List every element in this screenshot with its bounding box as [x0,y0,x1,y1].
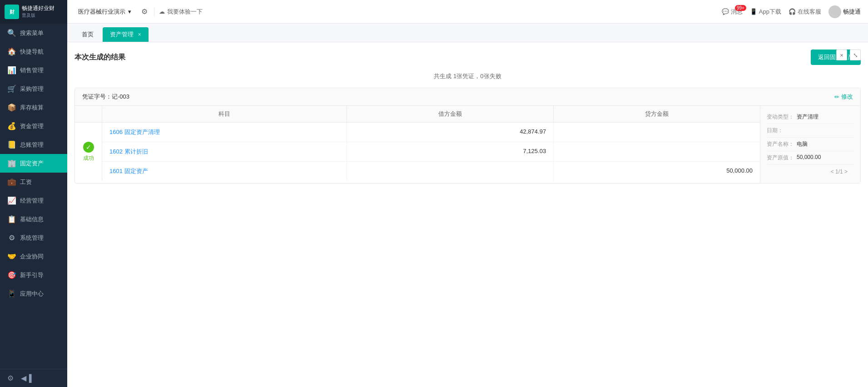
chevron-down-icon: ▾ [128,8,131,15]
asset-value-label: 资产原值： [767,154,794,162]
settings-icon[interactable]: ⚙ [7,374,14,382]
change-type-value: 资产清理 [797,113,818,121]
app-center-icon: 📱 [7,289,16,298]
sidebar-item-inventory[interactable]: 📦 库存核算 [0,98,67,117]
sidebar-label-quick-nav: 快捷导航 [20,48,44,56]
sidebar-label-collab: 企业协同 [20,253,44,261]
close-panel-button[interactable]: × [836,50,847,60]
sidebar-item-app-center[interactable]: 📱 应用中心 [0,284,67,303]
top-header: 医疗器械行业演示 ▾ ⚙ ☁ 我要体验一下 💬 消息 99 📱 App下载 🎧 … [67,0,868,24]
user-name: 畅捷通 [843,8,861,16]
sidebar-footer: ⚙ ◀▐ [0,369,67,387]
edit-button[interactable]: ✏ 修改 [834,93,853,101]
asset-value-row: 资产原值： 50,000.00 [767,151,854,165]
table-row: 1601 固定资产 50,000.00 [102,162,760,181]
debit-cell-1: 42,874.97 [347,123,554,142]
sidebar-item-guide[interactable]: 🎯 新手引导 [0,266,67,284]
logo-icon: 财 [5,5,19,19]
sidebar-item-collab[interactable]: 🤝 企业协同 [0,247,67,266]
app-logo: 财 畅捷通好业财 普及版 [0,0,67,24]
sidebar-item-basics[interactable]: 📋 基础信息 [0,210,67,228]
message-icon: 💬 [722,8,729,15]
voucher-header: 凭证字号：记-003 ✏ 修改 [75,88,860,106]
sidebar-item-sales[interactable]: 📊 销售管理 [0,61,67,79]
user-profile[interactable]: 畅捷通 [828,5,861,18]
status-column: ✓ 成功 [75,123,102,181]
sidebar-item-search[interactable]: 🔍 搜索菜单 [0,24,67,42]
table-row: 1606 固定资产清理 42,874.97 [102,123,760,142]
header-right: 💬 消息 99 📱 App下载 🎧 在线客服 畅捷通 [722,5,861,18]
collapse-icon[interactable]: ◀▐ [21,374,31,382]
sidebar-label-search: 搜索菜单 [20,29,44,37]
collab-icon: 🤝 [7,252,16,261]
asset-name-row: 资产名称： 电脑 [767,138,854,151]
online-service-icon: 🎧 [789,8,796,15]
page-content: 本次生成的结果 返回固定资产 共生成 1张凭证，0张失败 凭证字号：记-003 … [67,42,868,387]
date-label: 日期： [767,127,792,134]
sidebar-item-ledger[interactable]: 📒 总账管理 [0,135,67,154]
search-icon: 🔍 [7,29,16,37]
page-title-row: 本次生成的结果 返回固定资产 [74,50,861,65]
feedback-label: 我要体验一下 [167,8,203,16]
ledger-icon: 📒 [7,140,16,149]
tab-label: 资产管理 [110,31,134,38]
app-download-icon: 📱 [750,8,757,15]
sidebar-item-purchase[interactable]: 🛒 采购管理 [0,79,67,98]
sidebar-item-fixed-assets[interactable]: 🏢 固定资产 [0,154,67,173]
th-debit: 借方金额 [347,106,554,122]
result-summary: 共生成 1张凭证，0张失败 [74,72,861,80]
app-download-label: App下载 [759,8,781,16]
voucher-data-rows: 1606 固定资产清理 42,874.97 1602 累计折旧 7,125.03… [102,123,760,181]
subject-cell-3[interactable]: 1601 固定资产 [102,162,347,181]
voucher-body: 科目 借方金额 贷方金额 ✓ 成功 [75,106,860,183]
sidebar-label-purchase: 采购管理 [20,85,44,93]
message-button[interactable]: 💬 消息 99 [722,8,743,16]
tab-home[interactable]: 首页 [74,27,101,42]
app-download-button[interactable]: 📱 App下载 [750,8,781,16]
sidebar-item-operations[interactable]: 📈 经营管理 [0,191,67,210]
expand-panel-button[interactable]: ⤡ [850,50,861,60]
pagination[interactable]: < 1/1 > [767,165,854,179]
sales-icon: 📊 [7,66,16,74]
tab-asset-management[interactable]: 资产管理 × [103,27,149,42]
online-service-button[interactable]: 🎧 在线客服 [789,8,821,16]
finance-icon: 💰 [7,122,16,130]
success-icon: ✓ [83,142,94,153]
sidebar-item-quick-nav[interactable]: 🏠 快捷导航 [0,42,67,61]
credit-cell-1 [554,123,760,142]
tab-close-icon[interactable]: × [138,31,141,38]
sidebar-label-system: 系统管理 [20,234,44,242]
sidebar: 财 畅捷通好业财 普及版 🔍 搜索菜单 🏠 快捷导航 📊 销售管理 🛒 采购管理… [0,0,67,387]
quick-nav-icon: 🏠 [7,47,16,56]
edit-icon: ✏ [834,94,839,100]
change-type-label: 变动类型： [767,113,794,121]
sidebar-item-system[interactable]: ⚙ 系统管理 [0,228,67,247]
th-credit: 贷方金额 [554,106,760,122]
page-title: 本次生成的结果 [74,53,125,62]
settings-gear-icon[interactable]: ⚙ [139,5,149,18]
logo-text: 畅捷通好业财 [22,5,55,12]
sidebar-label-operations: 经营管理 [20,197,44,205]
sidebar-item-finance[interactable]: 💰 资金管理 [0,117,67,135]
sidebar-label-sales: 销售管理 [20,66,44,74]
avatar [828,5,841,18]
operations-icon: 📈 [7,196,16,205]
subject-cell-2[interactable]: 1602 累计折旧 [102,142,347,161]
subject-cell-1[interactable]: 1606 固定资产清理 [102,123,347,142]
sidebar-label-ledger: 总账管理 [20,141,44,149]
sidebar-label-finance: 资金管理 [20,122,44,130]
basics-icon: 📋 [7,215,16,223]
message-badge: 99 [735,5,746,11]
sidebar-label-app-center: 应用中心 [20,290,44,298]
credit-cell-2 [554,142,760,161]
online-service-label: 在线客服 [798,8,821,16]
project-selector[interactable]: 医疗器械行业演示 ▾ [74,6,135,18]
feedback-button[interactable]: ☁ 我要体验一下 [159,8,203,16]
sidebar-item-payroll[interactable]: 💼 工资 [0,173,67,191]
sidebar-label-guide: 新手引导 [20,271,44,279]
panel-controls: × ⤡ [836,50,861,60]
payroll-icon: 💼 [7,178,16,186]
voucher-code: 凭证字号：记-003 [82,93,129,101]
purchase-icon: 🛒 [7,84,16,93]
feedback-icon: ☁ [159,8,165,15]
